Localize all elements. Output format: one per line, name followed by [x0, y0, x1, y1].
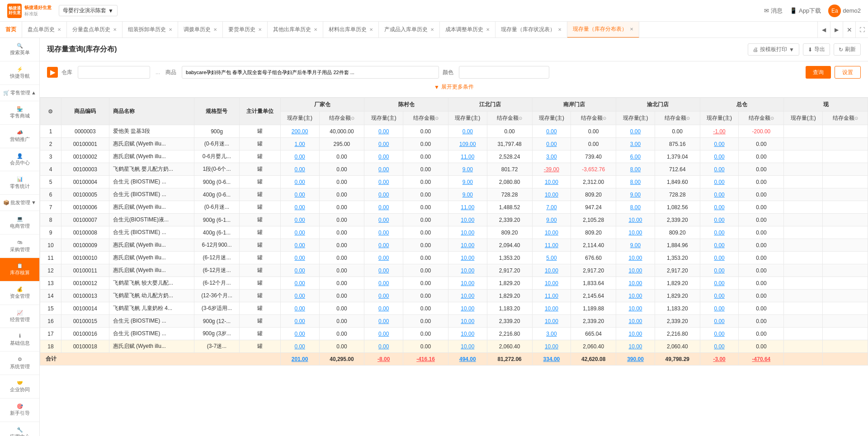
cell-nanan-qty[interactable]: 9.00: [532, 214, 571, 226]
close-icon[interactable]: ✕: [558, 27, 561, 32]
cell-total-qty[interactable]: 0.00: [700, 290, 739, 302]
gear-icon[interactable]: ⚙: [40, 98, 61, 125]
cell-chen-qty[interactable]: 0.00: [364, 188, 403, 201]
cell-jiangbei-qty[interactable]: 10.00: [448, 214, 487, 226]
sidebar-item-ecommerce[interactable]: 💻 电商管理: [0, 211, 39, 234]
cell-chen-qty[interactable]: 0.00: [364, 214, 403, 226]
sidebar-item-stats[interactable]: 📊 零售统计: [0, 171, 39, 195]
sidebar-item-wholesale[interactable]: 📦 批发管理 ▼: [0, 195, 39, 211]
tab-0[interactable]: 盘点单历史 ✕: [22, 22, 67, 38]
cell-jiangbei-qty[interactable]: 11.00: [448, 201, 487, 214]
settings-btn[interactable]: 设置: [835, 66, 861, 79]
sidebar-item-inventory[interactable]: 📋 库存核算: [0, 258, 39, 281]
footer-chen-qty[interactable]: -8.00: [364, 353, 403, 366]
close-icon[interactable]: ✕: [169, 27, 172, 32]
cell-total-qty[interactable]: 0.00: [700, 328, 739, 340]
color-input[interactable]: [459, 66, 549, 79]
tab-8[interactable]: 成本调整单历史 ✕: [440, 22, 495, 38]
cell-chen-qty[interactable]: 0.00: [364, 328, 403, 340]
cell-yubei-qty[interactable]: 6.00: [616, 150, 655, 163]
cell-total-qty[interactable]: -1.00: [700, 125, 739, 138]
cell-jiangbei-qty[interactable]: 10.00: [448, 239, 487, 252]
cell-factory-qty[interactable]: 0.00: [280, 340, 319, 353]
cell-nanan-qty[interactable]: 10.00: [532, 340, 571, 353]
close-icon[interactable]: ✕: [630, 27, 633, 32]
close-icon[interactable]: ✕: [57, 27, 61, 32]
cell-yubei-qty[interactable]: 9.00: [616, 188, 655, 201]
cell-jiangbei-qty[interactable]: 10.00: [448, 252, 487, 264]
footer-total-qty[interactable]: -3.00: [700, 353, 739, 366]
tab-10[interactable]: 现存量（库存分布表） ✕: [567, 22, 639, 38]
cell-total-qty[interactable]: 0.00: [700, 239, 739, 252]
print-btn[interactable]: 🖨 按模板打印 ▼: [748, 43, 799, 56]
tab-9[interactable]: 现存量（库存状况表） ✕: [495, 22, 567, 38]
expand-more-btn[interactable]: ▼ 展开更多条件: [47, 81, 861, 93]
cell-yubei-qty[interactable]: 3.00: [616, 138, 655, 150]
cell-nanan-qty[interactable]: 0.00: [532, 138, 571, 150]
cell-total-qty[interactable]: 0.00: [700, 150, 739, 163]
cell-yubei-qty[interactable]: 10.00: [616, 315, 655, 328]
cell-jiangbei-qty[interactable]: 10.00: [448, 277, 487, 290]
cell-yubei-qty[interactable]: 10.00: [616, 214, 655, 226]
cell-factory-qty[interactable]: 1.00: [280, 138, 319, 150]
cell-factory-qty[interactable]: 0.00: [280, 150, 319, 163]
cell-chen-qty[interactable]: 0.00: [364, 176, 403, 188]
sidebar-item-marketing[interactable]: 📣 营销推广: [0, 125, 39, 148]
cell-chen-qty[interactable]: 0.00: [364, 138, 403, 150]
cell-yubei-qty[interactable]: 10.00: [616, 252, 655, 264]
cell-yubei-qty[interactable]: 8.00: [616, 163, 655, 176]
cell-jiangbei-qty[interactable]: 9.00: [448, 176, 487, 188]
cell-nanan-qty[interactable]: 10.00: [532, 264, 571, 277]
expand-tabs-btn[interactable]: ⛶: [855, 22, 868, 38]
cell-nanan-qty[interactable]: -39.00: [532, 163, 571, 176]
cell-factory-qty[interactable]: 0.00: [280, 252, 319, 264]
sidebar-item-apps[interactable]: 🔧 应用中心: [0, 422, 39, 436]
cell-factory-qty[interactable]: 0.00: [280, 277, 319, 290]
close-icon[interactable]: ✕: [369, 27, 373, 32]
cell-nanan-qty[interactable]: 10.00: [532, 226, 571, 239]
cell-chen-qty[interactable]: 0.00: [364, 264, 403, 277]
footer-nanan-qty[interactable]: 334.00: [532, 353, 571, 366]
cell-nanan-qty[interactable]: 3.00: [532, 328, 571, 340]
cell-chen-qty[interactable]: 0.00: [364, 163, 403, 176]
cell-factory-qty[interactable]: 0.00: [280, 302, 319, 315]
cell-nanan-qty[interactable]: 0.00: [532, 125, 571, 138]
cell-factory-qty[interactable]: 0.00: [280, 188, 319, 201]
cell-yubei-qty[interactable]: 10.00: [616, 226, 655, 239]
sidebar-item-collab[interactable]: 🤝 企业协同: [0, 375, 39, 398]
message-btn[interactable]: ✉ 消息: [764, 7, 783, 15]
cell-yubei-qty[interactable]: 8.00: [616, 176, 655, 188]
sidebar-item-shop[interactable]: 🏪 零售商城: [0, 101, 39, 125]
tab-6[interactable]: 材料出库单历史 ✕: [323, 22, 379, 38]
cell-jiangbei-qty[interactable]: 10.00: [448, 328, 487, 340]
refresh-btn[interactable]: ↻ 刷新: [834, 43, 861, 56]
cell-chen-qty[interactable]: 0.00: [364, 226, 403, 239]
cell-factory-qty[interactable]: 0.00: [280, 328, 319, 340]
sidebar-item-retail[interactable]: 🛒 零售管理 ▲: [0, 85, 39, 101]
industry-dropdown[interactable]: 母婴行业演示陈套 ▼: [59, 5, 118, 16]
cell-nanan-qty[interactable]: 3.00: [532, 150, 571, 163]
cell-nanan-qty[interactable]: 11.00: [532, 290, 571, 302]
cell-jiangbei-qty[interactable]: 9.00: [448, 188, 487, 201]
product-input[interactable]: [182, 66, 439, 79]
cell-yubei-qty[interactable]: 9.00: [616, 239, 655, 252]
cell-nanan-qty[interactable]: 10.00: [532, 277, 571, 290]
cell-factory-qty[interactable]: 0.00: [280, 214, 319, 226]
tab-2[interactable]: 组装拆卸单历史 ✕: [123, 22, 178, 38]
cell-total-qty[interactable]: 0.00: [700, 302, 739, 315]
cell-chen-qty[interactable]: 0.00: [364, 340, 403, 353]
query-btn[interactable]: 查询: [806, 66, 831, 79]
cell-chen-qty[interactable]: 0.00: [364, 239, 403, 252]
sidebar-item-basic[interactable]: ℹ 基础信息: [0, 328, 39, 352]
close-icon[interactable]: ✕: [113, 27, 117, 32]
cell-total-qty[interactable]: 0.00: [700, 214, 739, 226]
cell-chen-qty[interactable]: 0.00: [364, 277, 403, 290]
nav-prev-btn[interactable]: ◀: [817, 22, 830, 38]
cell-jiangbei-qty[interactable]: 10.00: [448, 340, 487, 353]
cell-total-qty[interactable]: 0.00: [700, 188, 739, 201]
sidebar-item-members[interactable]: 👤 会员中心: [0, 148, 39, 172]
cell-yubei-qty[interactable]: 10.00: [616, 340, 655, 353]
sidebar-item-finance[interactable]: 💰 资金管理: [0, 281, 39, 305]
cell-factory-qty[interactable]: 0.00: [280, 315, 319, 328]
cell-jiangbei-qty[interactable]: 10.00: [448, 290, 487, 302]
